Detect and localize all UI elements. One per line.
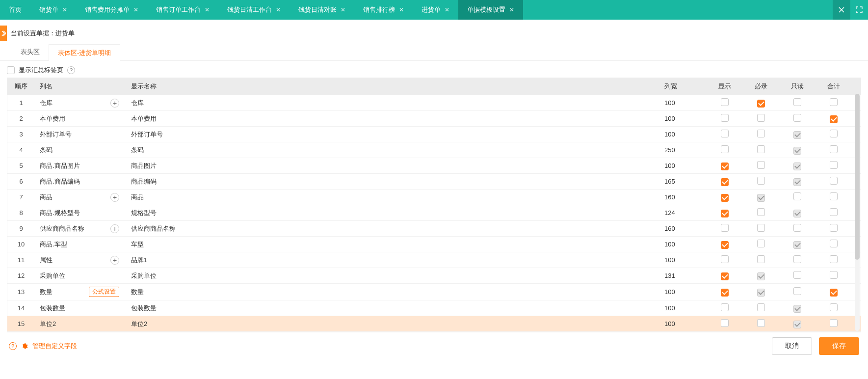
cell-display-name[interactable]: 采购单位: [126, 268, 659, 284]
table-row[interactable]: 2本单费用本单费用100: [7, 111, 861, 127]
required-checkbox[interactable]: [757, 145, 765, 153]
required-checkbox[interactable]: [757, 255, 765, 263]
sum-checkbox[interactable]: [830, 271, 838, 279]
table-row[interactable]: 5商品.商品图片商品图片100: [7, 158, 861, 174]
manage-custom-fields-link[interactable]: 管理自定义字段: [32, 342, 77, 351]
close-icon[interactable]: ✕: [276, 6, 281, 13]
readonly-checkbox[interactable]: [793, 178, 801, 186]
sum-checkbox[interactable]: [830, 289, 838, 297]
cell-width[interactable]: 100: [659, 252, 707, 268]
required-checkbox[interactable]: [757, 272, 765, 280]
required-checkbox[interactable]: [757, 319, 765, 327]
readonly-checkbox[interactable]: [793, 210, 801, 217]
top-tab[interactable]: 销售费用分摊单✕: [76, 0, 147, 20]
sum-checkbox[interactable]: [830, 161, 838, 169]
readonly-checkbox[interactable]: [793, 321, 801, 328]
table-row[interactable]: 6商品.商品编码商品编码165: [7, 174, 861, 190]
top-tab[interactable]: 首页: [0, 0, 30, 20]
required-checkbox[interactable]: [757, 240, 765, 247]
cell-width[interactable]: 100: [659, 111, 707, 127]
add-icon[interactable]: +: [110, 256, 119, 265]
table-row[interactable]: 4条码条码250: [7, 142, 861, 158]
show-checkbox[interactable]: [721, 145, 729, 153]
show-checkbox[interactable]: [721, 319, 729, 327]
readonly-checkbox[interactable]: [793, 114, 801, 122]
cell-width[interactable]: 100: [659, 284, 707, 300]
required-checkbox[interactable]: [757, 224, 765, 232]
sum-checkbox[interactable]: [830, 115, 838, 123]
cell-display-name[interactable]: 仓库: [126, 95, 659, 111]
sum-checkbox[interactable]: [830, 177, 838, 185]
sum-checkbox[interactable]: [830, 255, 838, 263]
cell-width[interactable]: 100: [659, 158, 707, 174]
required-checkbox[interactable]: [757, 289, 765, 297]
close-all-tabs-button[interactable]: [833, 0, 850, 20]
table-row[interactable]: 10商品.车型车型100: [7, 237, 861, 252]
cell-display-name[interactable]: 数量: [126, 284, 659, 300]
show-checkbox[interactable]: [721, 224, 729, 232]
sum-checkbox[interactable]: [830, 224, 838, 232]
readonly-checkbox[interactable]: [793, 131, 801, 139]
sum-checkbox[interactable]: [830, 303, 838, 311]
cell-display-name[interactable]: 商品编码: [126, 174, 659, 190]
cell-display-name[interactable]: 供应商商品名称: [126, 221, 659, 237]
add-icon[interactable]: +: [110, 193, 119, 202]
cell-display-name[interactable]: 商品: [126, 190, 659, 205]
sum-checkbox[interactable]: [830, 130, 838, 137]
cell-display-name[interactable]: 商品图片: [126, 158, 659, 174]
close-icon[interactable]: ✕: [133, 6, 138, 13]
sum-checkbox[interactable]: [830, 98, 838, 106]
table-row[interactable]: 14包装数量包装数量100: [7, 300, 861, 316]
required-checkbox[interactable]: [757, 303, 765, 311]
top-tab[interactable]: 钱货日清对账✕: [289, 0, 354, 20]
cell-width[interactable]: 160: [659, 221, 707, 237]
readonly-checkbox[interactable]: [793, 305, 801, 313]
sum-checkbox[interactable]: [830, 145, 838, 153]
readonly-checkbox[interactable]: [793, 241, 801, 249]
required-checkbox[interactable]: [757, 208, 765, 216]
cell-width[interactable]: 100: [659, 300, 707, 316]
required-checkbox[interactable]: [757, 194, 765, 202]
table-row[interactable]: 8商品.规格型号规格型号124: [7, 205, 861, 221]
cell-width[interactable]: 100: [659, 237, 707, 252]
close-icon[interactable]: ✕: [341, 6, 345, 13]
show-checkbox[interactable]: [721, 289, 729, 297]
show-checkbox[interactable]: [721, 98, 729, 106]
show-checkbox[interactable]: [721, 130, 729, 137]
table-row[interactable]: 3外部订单号外部订单号100: [7, 127, 861, 142]
table-row[interactable]: 7商品+商品160: [7, 190, 861, 205]
sum-checkbox[interactable]: [830, 192, 838, 200]
required-checkbox[interactable]: [757, 177, 765, 185]
table-scrollbar[interactable]: [855, 94, 860, 331]
cell-display-name[interactable]: 外部订单号: [126, 127, 659, 142]
required-checkbox[interactable]: [757, 114, 765, 122]
top-tab[interactable]: 进货单✕: [413, 0, 458, 20]
table-row[interactable]: 9供应商商品名称+供应商商品名称160: [7, 221, 861, 237]
table-row[interactable]: 12采购单位采购单位131: [7, 268, 861, 284]
cell-display-name[interactable]: 包装数量: [126, 300, 659, 316]
top-tab[interactable]: 单据模板设置✕: [458, 0, 523, 20]
table-row[interactable]: 15单位2单位2100: [7, 316, 861, 332]
readonly-checkbox[interactable]: [793, 224, 801, 232]
cell-display-name[interactable]: 单位2: [126, 316, 659, 332]
show-checkbox[interactable]: [721, 162, 729, 170]
show-checkbox[interactable]: [721, 241, 729, 249]
required-checkbox[interactable]: [757, 130, 765, 137]
top-tab[interactable]: 销货单✕: [30, 0, 76, 20]
tab-body-area[interactable]: 表体区-进货单明细: [49, 44, 120, 61]
table-scroll-thumb[interactable]: [855, 94, 860, 260]
help-icon[interactable]: ?: [67, 66, 75, 74]
show-checkbox[interactable]: [721, 114, 729, 122]
cell-width[interactable]: 131: [659, 268, 707, 284]
top-tab[interactable]: 销售排行榜✕: [354, 0, 413, 20]
expand-handle[interactable]: [0, 26, 7, 41]
readonly-checkbox[interactable]: [793, 271, 801, 279]
show-checkbox[interactable]: [721, 194, 729, 202]
show-checkbox[interactable]: [721, 303, 729, 311]
fullscreen-button[interactable]: [850, 0, 868, 20]
top-tab[interactable]: 钱货日清工作台✕: [218, 0, 289, 20]
close-icon[interactable]: ✕: [445, 6, 449, 13]
sum-checkbox[interactable]: [830, 240, 838, 247]
show-checkbox[interactable]: [721, 178, 729, 186]
cell-width[interactable]: 100: [659, 316, 707, 332]
